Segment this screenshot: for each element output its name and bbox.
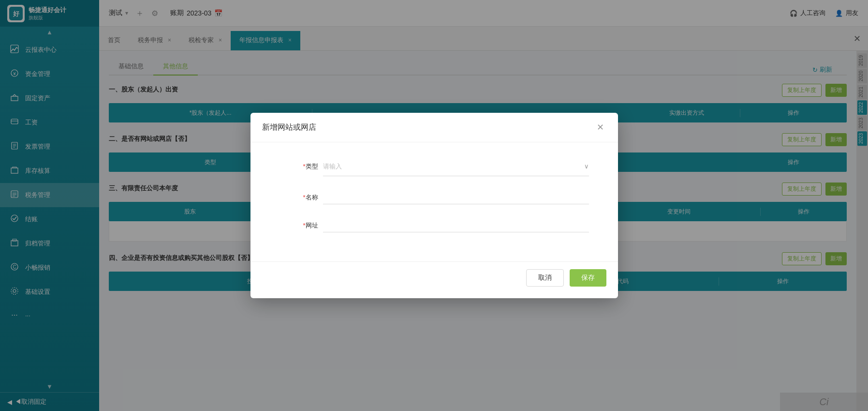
label-type-text: 类型: [306, 163, 318, 170]
save-button[interactable]: 保存: [570, 269, 606, 287]
type-input[interactable]: [323, 160, 580, 173]
modal-title: 新增网站或网店: [262, 122, 316, 133]
modal-add-website: 新增网站或网店 ✕ *类型 ∨ *名称: [250, 113, 618, 298]
modal-overlay[interactable]: 新增网站或网店 ✕ *类型 ∨ *名称: [0, 0, 868, 411]
url-input[interactable]: [323, 219, 589, 232]
modal-close-button[interactable]: ✕: [595, 122, 606, 133]
modal-footer: 取消 保存: [250, 261, 618, 298]
form-row-type: *类型 ∨: [280, 157, 589, 176]
modal-header: 新增网站或网店 ✕: [250, 113, 618, 142]
form-row-name: *名称: [280, 191, 589, 204]
label-name-text: 名称: [306, 194, 318, 201]
form-label-name: *名称: [280, 193, 318, 202]
form-row-url: *网址: [280, 219, 589, 232]
form-label-type: *类型: [280, 162, 318, 171]
label-url-text: 网址: [306, 222, 318, 229]
cancel-button[interactable]: 取消: [526, 269, 564, 287]
type-input-wrapper: ∨: [323, 157, 589, 176]
form-label-url: *网址: [280, 221, 318, 230]
modal-body: *类型 ∨ *名称 *网址: [250, 142, 618, 261]
type-dropdown-icon[interactable]: ∨: [584, 163, 589, 170]
name-input[interactable]: [323, 191, 589, 204]
